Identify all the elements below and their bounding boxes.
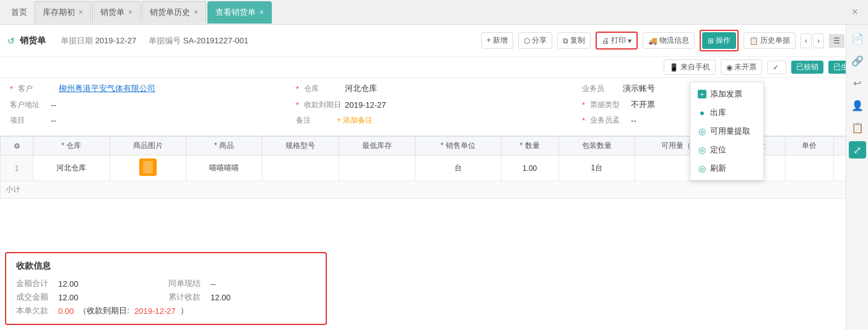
operations-button[interactable]: ⊞ 操作: [702, 32, 736, 49]
summary-total-value: 12.00: [58, 279, 79, 289]
dropdown-outbound[interactable]: ● 出库: [690, 103, 763, 122]
customer-field: * 客户 柳州粤港平安气体有限公司: [10, 83, 286, 94]
operations-icon: ⊞: [708, 37, 714, 45]
customer-required: *: [10, 84, 13, 93]
ticket-icon: ◉: [726, 63, 732, 72]
right-sidebar: 📄 🔗 ↩ 👤 📋 ⤢: [846, 25, 868, 330]
sidebar-doc-icon[interactable]: 📄: [849, 30, 866, 47]
warehouse-value: 河北仓库: [345, 83, 377, 94]
window-close-button[interactable]: ×: [846, 3, 863, 21]
main-container: ↺ 销货单 单据日期 2019-12-27 单据编号 SA-20191227-0…: [0, 25, 868, 330]
col-price: 单价: [786, 137, 834, 155]
sidebar-link-icon[interactable]: 🔗: [849, 52, 866, 69]
warehouse-label: 仓库: [304, 84, 341, 94]
nav-arrows: ‹ ›: [801, 33, 824, 48]
number-val: SA-20191227-001: [183, 36, 249, 45]
history-button[interactable]: 📋 历史单据: [744, 32, 796, 49]
warehouse-required: *: [296, 84, 299, 93]
prev-button[interactable]: ‹: [801, 33, 812, 48]
salesperson-value: 演示账号: [623, 83, 655, 94]
confirm-button[interactable]: ✓: [767, 61, 786, 74]
sidebar-return-icon[interactable]: ↩: [849, 74, 866, 92]
logistics-button[interactable]: 🚚 物流信息: [643, 32, 695, 49]
subtotal-label: 小计: [1, 181, 868, 199]
tab-sales-history-close[interactable]: ×: [194, 8, 198, 17]
dropdown-available-qty[interactable]: ◎ 可用量提取: [690, 122, 763, 141]
tab-sales-history[interactable]: 销货单历史 ×: [142, 1, 206, 24]
refresh-icon: ◎: [698, 164, 706, 173]
tab-inventory-close[interactable]: ×: [79, 8, 83, 17]
tab-sales[interactable]: 销货单 ×: [92, 1, 141, 24]
add-invoice-icon: +: [698, 90, 706, 98]
tab-sales-history-label: 销货单历史: [150, 7, 190, 18]
sidebar-user-icon[interactable]: 👤: [849, 97, 866, 114]
project-field: 项目 --: [10, 115, 286, 126]
tab-home[interactable]: 首页: [5, 3, 33, 22]
dropdown-location[interactable]: ◎ 定位: [690, 141, 763, 159]
outbound-label: 出库: [710, 107, 726, 118]
tab-view-sales[interactable]: 查看销货单 ×: [207, 1, 272, 24]
print-button[interactable]: 🖨 打印 ▾: [596, 32, 638, 50]
row-product: 嘻嘻嘻嘻: [186, 155, 262, 181]
row-unit: 台: [415, 155, 501, 181]
not-open-button[interactable]: ◉ 未开票: [721, 59, 762, 75]
row-spec: [263, 155, 339, 181]
note-label: 备注: [296, 115, 333, 126]
copy-button[interactable]: ⧉ 复制: [557, 32, 591, 49]
not-open-label: 未开票: [734, 62, 757, 72]
col-settings[interactable]: ⚙: [1, 137, 33, 155]
col-product: * 商品: [186, 137, 262, 155]
location-label: 定位: [710, 144, 726, 155]
tab-inventory[interactable]: 库存期初 ×: [35, 1, 91, 24]
salesperson-label: 业务员: [582, 84, 619, 94]
toolbar: ↺ 销货单 单据日期 2019-12-27 单据编号 SA-20191227-0…: [0, 25, 868, 57]
copy-icon: ⧉: [563, 37, 568, 45]
tab-sales-close[interactable]: ×: [128, 8, 132, 17]
tab-view-sales-close[interactable]: ×: [259, 8, 264, 17]
available-qty-icon: ◎: [698, 127, 706, 136]
address-field: 客户地址 --: [10, 100, 286, 110]
summary-total-row: 金额合计 12.00: [16, 278, 163, 289]
col-warehouse: * 仓库: [33, 137, 110, 155]
history-icon: 📋: [749, 37, 758, 45]
dropdown-add-invoice[interactable]: + 添加发票: [690, 85, 763, 103]
mobile-icon: 📱: [669, 63, 679, 72]
summary-received-label: 累计收款: [168, 292, 206, 303]
summary-received-row: 累计收款 12.00: [168, 292, 316, 303]
copy-label: 复制: [570, 35, 585, 46]
summary-owed-date: 2019-12-27: [134, 306, 176, 316]
list-view-button[interactable]: ☰: [829, 34, 844, 48]
gear-icon: ⚙: [14, 142, 20, 150]
row-img: [110, 155, 186, 181]
from-mobile-button[interactable]: 📱 来自手机: [664, 59, 716, 75]
col-min-stock: 最低库存: [339, 137, 415, 155]
summary-title: 收款信息: [16, 261, 316, 272]
add-note-button[interactable]: + 添加备注: [337, 115, 373, 126]
number-meta: 单据编号 SA-20191227-001: [149, 35, 248, 46]
from-mobile-label: 来自手机: [680, 62, 710, 72]
payment-date-required: *: [296, 100, 299, 110]
row-warehouse: 河北仓库: [33, 155, 110, 181]
sidebar-list-icon[interactable]: 📋: [849, 119, 866, 136]
sidebar-expand-icon[interactable]: ⤢: [849, 141, 866, 158]
dropdown-refresh[interactable]: ◎ 刷新: [690, 159, 763, 178]
customer-value[interactable]: 柳州粤港平安气体有限公司: [59, 83, 155, 94]
summary-owed-row: 本单欠款 0.00 （收款到期日: 2019-12-27）: [16, 305, 316, 316]
salesperson2-label: 业务员孟: [590, 115, 627, 126]
available-qty-label: 可用量提取: [710, 126, 750, 137]
next-button[interactable]: ›: [813, 33, 824, 48]
history-label: 历史单据: [760, 35, 790, 46]
add-invoice-label: 添加发票: [710, 89, 742, 100]
doc-title: 销货单: [20, 35, 46, 46]
project-label: 项目: [10, 115, 47, 126]
share-button[interactable]: ⬡ 分享: [518, 32, 552, 49]
ticket-type-value: 不开票: [631, 99, 655, 110]
new-button[interactable]: + 新增: [481, 32, 513, 49]
tab-bar: 首页 库存期初 × 销货单 × 销货单历史 × 查看销货单 × ×: [0, 0, 868, 25]
sold-badge: 已核销: [791, 61, 823, 74]
location-icon: ◎: [698, 145, 706, 154]
operations-dropdown: + 添加发票 ● 出库 ◎ 可用量提取 ◎ 定位 ◎ 刷新: [690, 82, 764, 181]
ticket-type-required: *: [582, 100, 585, 110]
logistics-label: 物流信息: [659, 35, 689, 46]
print-label: 打印: [611, 35, 626, 46]
